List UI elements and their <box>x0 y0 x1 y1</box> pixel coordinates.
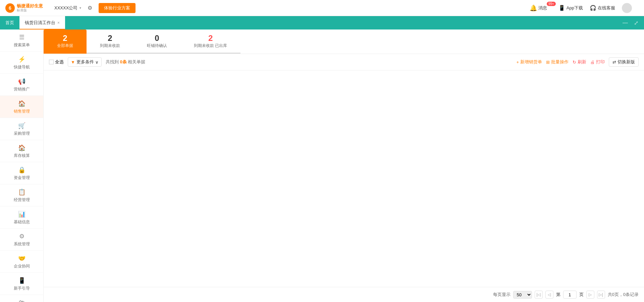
app-download-label: App下载 <box>567 5 583 11</box>
message-badge: 99+ <box>547 2 556 6</box>
print-label: 打印 <box>596 59 605 65</box>
select-all-checkbox[interactable]: 全选 <box>49 59 64 65</box>
toolbar-right: + 新增销货单 ⊞ 批量操作 ↻ 刷新 🖨 打印 ⇄ 切换新版 <box>516 57 639 67</box>
system-icon: ⚙ <box>19 233 24 240</box>
tab-close-icon[interactable]: × <box>57 20 60 25</box>
refresh-button[interactable]: ↻ 刷新 <box>573 59 586 65</box>
company-selector[interactable]: XXXXX公司 ▾ <box>54 5 81 11</box>
page-size-select[interactable]: 50 100 200 <box>513 291 532 299</box>
quick-nav-icon: ⚡ <box>18 56 25 63</box>
top-header: 6 畅捷通好生意 标准版 XXXXX公司 ▾ ⚙ 体验行业方案 🔔 消息 99+… <box>0 0 644 16</box>
filter-icon: ▼ <box>71 60 75 65</box>
stat-tab-all[interactable]: 2 全部单据 <box>44 29 87 54</box>
logo-text-area: 畅捷通好生意 标准版 <box>17 3 43 13</box>
stat-tab-pending-count: 0 <box>155 34 159 43</box>
stat-tab-all-label: 全部单据 <box>57 43 73 49</box>
next-page-button[interactable]: ▷ <box>586 291 594 299</box>
user-avatar[interactable] <box>622 3 632 13</box>
switch-version-button[interactable]: ⇄ 切换新版 <box>609 57 639 67</box>
settings-button[interactable]: ⚙ <box>85 3 95 13</box>
sidebar-item-search[interactable]: ☰ 搜索菜单 <box>0 29 43 52</box>
message-label: 消息 <box>538 5 547 11</box>
stat-tab-pending[interactable]: 0 旺铺待确认 <box>133 29 180 54</box>
first-page-button[interactable]: |◁ <box>535 291 543 299</box>
sidebar-item-purchase[interactable]: 🛒 采购管理 <box>0 118 43 140</box>
finance-icon: 🔒 <box>18 166 25 174</box>
operation-icon: 📋 <box>18 188 25 196</box>
tab-home-label: 首页 <box>5 20 14 26</box>
refresh-icon: ↻ <box>573 60 576 65</box>
sidebar-item-cooperation-label: 企业协同 <box>14 263 30 269</box>
sidebar-item-search-label: 搜索菜单 <box>14 42 30 48</box>
logo-icon: 6 <box>5 3 15 13</box>
filter-label: 更多条件 <box>76 59 94 65</box>
main-layout: ☰ 搜索菜单 ⚡ 快捷导航 📢 营销推广 🏠 销售管理 🛒 采购管理 🏠 库存核… <box>0 29 644 302</box>
sidebar-item-quick-nav[interactable]: ⚡ 快捷导航 <box>0 52 43 74</box>
online-service-item[interactable]: 🎧 在线客服 <box>590 5 615 11</box>
app-center-icon: 🛍 <box>19 299 25 302</box>
nav-tabs-bar: 首页 钱货日清工作台 × — ⤢ <box>0 16 644 29</box>
page-label: 第 <box>556 292 560 298</box>
tab-minimize-button[interactable]: — <box>621 19 629 27</box>
nav-tabs-right: — ⤢ <box>621 19 644 27</box>
sidebar-item-purchase-label: 采购管理 <box>14 131 30 136</box>
sidebar-item-base-info-label: 基础信息 <box>14 219 30 225</box>
print-icon: 🖨 <box>590 60 595 65</box>
sidebar-item-operation-label: 经营管理 <box>14 197 30 203</box>
tab-workbench[interactable]: 钱货日清工作台 × <box>19 16 65 29</box>
add-icon: + <box>516 60 519 65</box>
sidebar-item-cooperation[interactable]: 🤝 企业协同 <box>0 251 43 273</box>
stat-tab-overdue-label: 到期未收款 <box>100 43 120 49</box>
sidebar-item-quick-nav-label: 快捷导航 <box>14 64 30 70</box>
sidebar-item-sales[interactable]: 🏠 销售管理 <box>0 96 43 118</box>
sidebar-item-finance[interactable]: 🔒 资金管理 <box>0 162 43 184</box>
stat-tab-unshipped[interactable]: 2 到期未收款 已出库 <box>180 29 240 54</box>
checkbox-input[interactable] <box>49 60 54 64</box>
tab-maximize-button[interactable]: ⤢ <box>632 19 640 27</box>
sidebar-item-system-label: 系统管理 <box>14 241 30 247</box>
online-service-label: 在线客服 <box>598 5 615 11</box>
filter-chevron-icon: ∨ <box>95 60 99 65</box>
message-item[interactable]: 🔔 消息 99+ <box>530 4 552 12</box>
sidebar-item-base-info[interactable]: 📊 基础信息 <box>0 206 43 229</box>
sidebar-item-guide-label: 新手引导 <box>14 286 30 291</box>
company-name: XXXXX公司 <box>54 5 77 11</box>
logo-badge: 标准版 <box>17 8 43 12</box>
marketing-icon: 📢 <box>18 78 25 85</box>
page-input[interactable] <box>563 291 577 299</box>
filter-button[interactable]: ▼ 更多条件 ∨ <box>68 57 102 67</box>
add-sales-order-button[interactable]: + 新增销货单 <box>516 59 542 65</box>
table-content-area <box>44 70 644 287</box>
sidebar-item-system[interactable]: ⚙ 系统管理 <box>0 229 43 251</box>
stat-tab-unshipped-label: 到期未收款 已出库 <box>194 43 227 49</box>
inventory-icon: 🏠 <box>18 144 25 152</box>
sidebar-item-sales-label: 销售管理 <box>14 109 30 114</box>
sidebar-item-inventory[interactable]: 🏠 库存核算 <box>0 140 43 162</box>
sidebar: ☰ 搜索菜单 ⚡ 快捷导航 📢 营销推广 🏠 销售管理 🛒 采购管理 🏠 库存核… <box>0 29 44 302</box>
stat-tab-overdue-count: 2 <box>108 34 112 43</box>
stats-tabs: 2 全部单据 2 到期未收款 0 旺铺待确认 2 到期未收款 已出库 <box>44 29 644 54</box>
sidebar-item-app-center[interactable]: 🛍 应用中心 <box>0 295 43 302</box>
stat-tab-overdue[interactable]: 2 到期未收款 <box>87 29 133 54</box>
message-icon: 🔔 <box>530 4 537 12</box>
batch-operation-button[interactable]: ⊞ 批量操作 <box>546 59 569 65</box>
content-area: 2 全部单据 2 到期未收款 0 旺铺待确认 2 到期未收款 已出库 全选 <box>44 29 644 302</box>
last-page-button[interactable]: ▷| <box>597 291 605 299</box>
sidebar-item-guide[interactable]: 📱 新手引导 <box>0 273 43 295</box>
app-download-item[interactable]: 📱 App下载 <box>558 5 583 11</box>
found-count: 0条 <box>120 59 128 64</box>
sidebar-item-operation[interactable]: 📋 经营管理 <box>0 184 43 206</box>
experience-button[interactable]: 体验行业方案 <box>99 3 136 13</box>
prev-page-button[interactable]: ◁ <box>545 291 553 299</box>
tab-workbench-label: 钱货日清工作台 <box>25 20 55 26</box>
switch-label: 切换新版 <box>618 59 635 65</box>
toolbar-left: 全选 ▼ 更多条件 ∨ 共找到 0条 相关单据 <box>49 57 512 67</box>
guide-icon: 📱 <box>18 277 25 284</box>
tab-home[interactable]: 首页 <box>0 16 19 29</box>
sidebar-item-marketing[interactable]: 📢 营销推广 <box>0 74 43 96</box>
app-download-icon: 📱 <box>558 5 565 11</box>
sales-icon: 🏠 <box>18 100 25 107</box>
stat-tab-unshipped-count: 2 <box>208 34 213 43</box>
base-info-icon: 📊 <box>18 210 25 218</box>
print-button[interactable]: 🖨 打印 <box>590 59 605 65</box>
